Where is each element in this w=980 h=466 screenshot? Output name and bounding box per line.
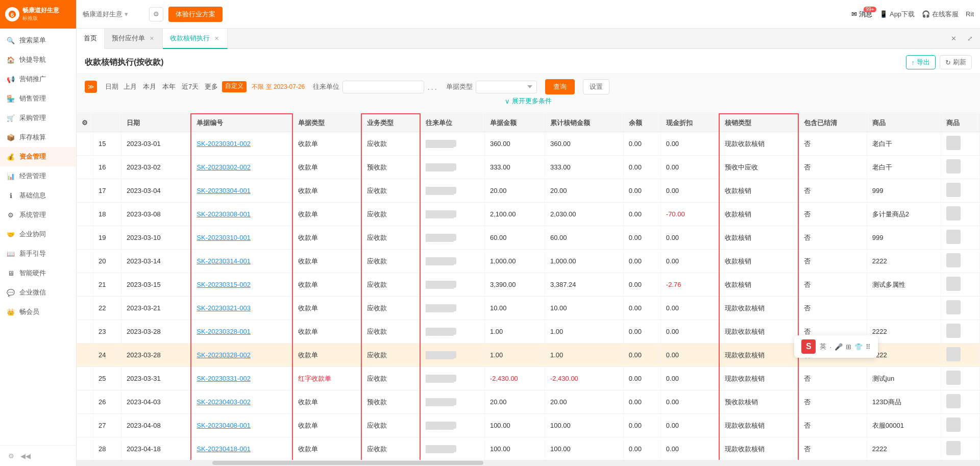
row-settings: [77, 203, 93, 226]
username-display[interactable]: Rit: [966, 10, 974, 18]
horizontal-scrollbar[interactable]: [77, 460, 980, 466]
table-row[interactable]: 272023-04-08SK-20230408-001收款单应收款██████1…: [77, 414, 980, 437]
sidebar-item-member[interactable]: 👑 畅会员: [0, 302, 76, 322]
table-container: ⚙ 日期 单据编号 单据类型 业务类型 往来单位 单据金额 累计核销金额 余额 …: [77, 113, 980, 460]
system-icon: ⚙: [6, 210, 15, 219]
sidebar-item-basics[interactable]: ℹ 基础信息: [0, 186, 76, 205]
tab-collection[interactable]: 收款核销执行 ✕: [163, 29, 228, 49]
table-row[interactable]: 242023-03-28SK-20230328-002收款单应收款██████1…: [77, 344, 980, 367]
row-voucher-no[interactable]: SK-20230408-001: [191, 414, 292, 437]
row-discount: 0.00: [660, 414, 719, 437]
expand-tab-button[interactable]: ⤢: [964, 32, 976, 44]
refresh-button[interactable]: ↻ 刷新: [940, 55, 972, 69]
table-row[interactable]: 152023-03-01SK-20230301-002收款单应收款██████3…: [77, 132, 980, 156]
sidebar-item-label: 企业微信: [19, 288, 46, 297]
tab-home[interactable]: 首页: [77, 29, 105, 49]
sidebar-item-inventory[interactable]: 📦 库存核算: [0, 128, 76, 147]
sidebar-item-sales[interactable]: 🏪 销售管理: [0, 89, 76, 108]
row-voucher-type: 收款单: [292, 320, 361, 344]
table-row[interactable]: 232023-03-28SK-20230328-001收款单应收款██████1…: [77, 320, 980, 344]
row-voucher-no[interactable]: SK-20230331-002: [191, 367, 292, 390]
table-row[interactable]: 192023-03-10SK-20230310-001收款单应收款██████6…: [77, 226, 980, 250]
query-button[interactable]: 查询: [545, 79, 575, 94]
table-row[interactable]: 222023-03-21SK-20230321-003收款单应收款██████1…: [77, 297, 980, 320]
sidebar-item-operations[interactable]: 📊 经营管理: [0, 166, 76, 186]
row-voucher-no[interactable]: SK-20230321-003: [191, 297, 292, 320]
row-voucher-no[interactable]: SK-20230304-001: [191, 179, 292, 203]
row-voucher-no[interactable]: SK-20230302-002: [191, 156, 292, 179]
row-voucher-no[interactable]: SK-20230301-002: [191, 132, 292, 156]
row-voucher-no[interactable]: SK-20230315-002: [191, 273, 292, 297]
sidebar-item-marketing[interactable]: 📢 营销推广: [0, 69, 76, 89]
tab-prepayment-close[interactable]: ✕: [148, 35, 155, 42]
column-seq-header: [93, 114, 121, 132]
column-settings-header[interactable]: ⚙: [77, 114, 93, 132]
row-amount: 1,000.00: [484, 250, 545, 273]
date-custom-btn[interactable]: 自定义: [222, 81, 247, 92]
row-voucher-no[interactable]: SK-20230308-001: [191, 203, 292, 226]
table-row[interactable]: 212023-03-15SK-20230315-002收款单应收款██████3…: [77, 273, 980, 297]
row-amount: 20.00: [484, 390, 545, 414]
settings-button[interactable]: 设置: [583, 79, 609, 94]
date-last-month-btn[interactable]: 上月: [121, 81, 139, 92]
sidebar-item-purchase[interactable]: 🛒 采购管理: [0, 108, 76, 128]
sidebar-item-hardware[interactable]: 🖥 智能硬件: [0, 263, 76, 283]
partner-filter-input[interactable]: [342, 81, 424, 93]
row-include-settled: 否: [798, 414, 867, 437]
date-more-btn[interactable]: 更多: [203, 81, 220, 92]
collapse-icon[interactable]: ◀◀: [20, 451, 31, 461]
sidebar-item-finance[interactable]: 💰 资金管理: [0, 147, 76, 166]
row-partner: ██████: [420, 226, 485, 250]
export-button[interactable]: ↑ 导出: [906, 55, 936, 69]
row-voucher-no[interactable]: SK-20230310-001: [191, 226, 292, 250]
tab-prepayment[interactable]: 预付应付单 ✕: [105, 29, 163, 48]
date-this-year-btn[interactable]: 本年: [160, 81, 178, 92]
row-include-settled: 否: [798, 273, 867, 297]
table-row[interactable]: 252023-03-31SK-20230331-002红字收款单应收款█████…: [77, 367, 980, 390]
tab-bar: 首页 预付应付单 ✕ 收款核销执行 ✕ ✕ ⤢: [77, 29, 980, 49]
sidebar-item-system[interactable]: ⚙ 系统管理: [0, 205, 76, 225]
tab-collection-close[interactable]: ✕: [213, 35, 220, 42]
row-date: 2023-03-04: [121, 179, 191, 203]
row-write-off-type: 收款核销: [719, 226, 798, 250]
sidebar-item-wechat[interactable]: 💬 企业微信: [0, 283, 76, 302]
row-voucher-no[interactable]: SK-20230328-001: [191, 320, 292, 344]
more-filter-dots[interactable]: ...: [427, 82, 438, 92]
row-write-off-type: 收款核销: [719, 179, 798, 203]
filter-toggle-button[interactable]: ≫: [85, 81, 97, 93]
row-seq: 16: [93, 156, 121, 179]
scrollbar-thumb[interactable]: [212, 461, 483, 465]
voucher-type-select[interactable]: 收款单 红字收款单: [476, 81, 537, 93]
page-title: 收款核销执行(按收款): [85, 57, 164, 68]
sidebar-item-guide[interactable]: 📖 新手引导: [0, 244, 76, 263]
row-voucher-no[interactable]: SK-20230403-002: [191, 390, 292, 414]
close-tab-button[interactable]: ✕: [947, 32, 960, 44]
topbar-gear-button[interactable]: ⚙: [149, 7, 163, 21]
logo-badge: 标推版: [22, 15, 59, 22]
expand-more-filters-button[interactable]: ∨ 展开更多条件: [505, 96, 552, 106]
row-amount: 3,390.00: [484, 273, 545, 297]
row-biz-type: 应收款: [361, 226, 420, 250]
sidebar-item-search[interactable]: 🔍 搜索菜单: [0, 31, 76, 50]
solution-button[interactable]: 体验行业方案: [168, 7, 223, 22]
date-this-month-btn[interactable]: 本月: [141, 81, 158, 92]
table-row[interactable]: 162023-03-02SK-20230302-002收款单预收款██████3…: [77, 156, 980, 179]
messages-button[interactable]: ✉ 消息 99+: [851, 10, 872, 19]
row-voucher-no[interactable]: SK-20230418-001: [191, 437, 292, 460]
sidebar-item-quick[interactable]: 🏠 快捷导航: [0, 50, 76, 69]
column-cumulative-header: 累计核销金额: [545, 114, 623, 132]
table-row[interactable]: 262023-04-03SK-20230403-002收款单预收款██████2…: [77, 390, 980, 414]
column-include-settled-header: 包含已结清: [798, 114, 867, 132]
table-row[interactable]: 182023-03-08SK-20230308-001收款单应收款██████2…: [77, 203, 980, 226]
search-icon: 🔍: [6, 36, 15, 45]
row-voucher-no[interactable]: SK-20230328-002: [191, 344, 292, 367]
date-7days-btn[interactable]: 近7天: [180, 81, 201, 92]
sidebar-item-enterprise[interactable]: 🤝 企业协同: [0, 225, 76, 244]
table-row[interactable]: 202023-03-14SK-20230314-001收款单应收款██████1…: [77, 250, 980, 273]
row-voucher-no[interactable]: SK-20230314-001: [191, 250, 292, 273]
table-row[interactable]: 282023-04-18SK-20230418-001收款单应收款██████1…: [77, 437, 980, 460]
online-service-button[interactable]: 🎧 在线客服: [922, 10, 959, 19]
settings-footer-icon[interactable]: ⚙: [6, 451, 16, 461]
app-download-button[interactable]: 📱 App下载: [879, 10, 915, 19]
table-row[interactable]: 172023-03-04SK-20230304-001收款单应收款██████2…: [77, 179, 980, 203]
